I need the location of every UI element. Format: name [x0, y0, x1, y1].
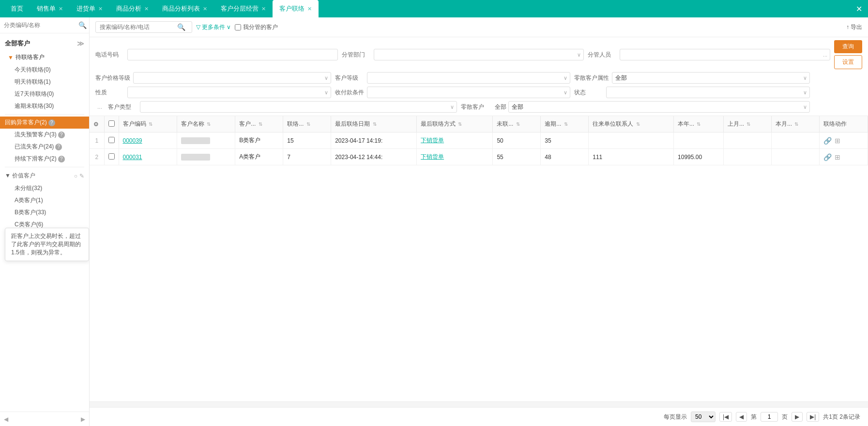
last-page-button[interactable]: ▶| [807, 412, 819, 422]
table-header-row: ⚙ 客户编码 ⇅ 客户名称 ⇅ 客户... [90, 116, 868, 132]
sidebar-value-customers-header[interactable]: ▼ 价值客户 ○ ✎ [0, 169, 89, 182]
sidebar-item-class-b[interactable]: B类客户(33) [0, 206, 89, 219]
link-action-icon[interactable]: 🔗 [823, 153, 832, 161]
more-dots-icon[interactable]: ... [97, 103, 102, 110]
col-company-contact[interactable]: 往来单位联系人 ⇅ [589, 116, 674, 132]
nav-item-purchase[interactable]: 进货单 ✕ [70, 0, 109, 17]
col-last-month[interactable]: 上月... ⇅ [724, 116, 772, 132]
grid-action-icon[interactable]: ⊞ [835, 137, 840, 145]
search-icon[interactable]: 🔍 [177, 23, 185, 31]
close-icon[interactable]: ✕ [59, 6, 63, 12]
prev-page-button[interactable]: ◀ [736, 412, 747, 422]
action-cell: 🔗 ⊞ [819, 149, 868, 165]
nav-item-product-analysis[interactable]: 商品分析 ✕ [109, 0, 155, 17]
sidebar-item-churned[interactable]: 已流失客户(24) ? [0, 141, 89, 153]
row-checkbox[interactable] [108, 153, 115, 160]
close-icon[interactable]: ✕ [203, 6, 207, 12]
col-last-contact-date[interactable]: 最后联络日期 ⇅ [331, 116, 417, 132]
info-icon[interactable]: ? [55, 144, 62, 150]
customer-code[interactable]: 000031 [119, 149, 177, 165]
close-icon[interactable]: ✕ [98, 6, 103, 12]
filter-person-select[interactable] [620, 49, 830, 60]
col-settings[interactable]: ⚙ [90, 116, 104, 132]
filter-price-level: 客户价格等级 ∨ [95, 72, 331, 84]
sidebar-item-class-a[interactable]: A类客户(1) [0, 194, 89, 206]
sidebar-item-ungrouped[interactable]: 未分组(32) [0, 182, 89, 194]
edit-icon[interactable]: ○ [74, 173, 77, 179]
scroll-right-icon[interactable]: ▶ [81, 416, 85, 423]
info-icon[interactable]: ? [58, 132, 65, 138]
col-unlisted[interactable]: 未联... ⇅ [493, 116, 541, 132]
filter-phone-input[interactable] [127, 49, 338, 60]
sidebar-item-overdue[interactable]: 逾期未联络(30) [0, 100, 89, 112]
last-contact-method[interactable]: 下销货单 [417, 149, 493, 165]
sidebar-section-pending[interactable]: ▼ 待联络客户 [0, 51, 89, 64]
filter-payment-select[interactable] [367, 87, 571, 98]
close-icon[interactable]: ✕ [144, 6, 149, 12]
col-contact-count[interactable]: 联络... ⇅ [283, 116, 331, 132]
info-icon[interactable]: ? [48, 119, 55, 126]
page-input[interactable] [761, 412, 778, 422]
filter-dept-select[interactable] [374, 49, 584, 60]
row-checkbox-cell[interactable] [104, 132, 119, 149]
filter-status-select[interactable] [606, 87, 810, 98]
nav-item-product-list[interactable]: 商品分析列表 ✕ [155, 0, 214, 17]
last-contact-method[interactable]: 下销货单 [417, 132, 493, 149]
col-code[interactable]: 客户编码 ⇅ [119, 116, 177, 132]
next-page-button[interactable]: ▶ [792, 412, 803, 422]
horizontal-scrollbar[interactable] [90, 401, 868, 407]
export-button[interactable]: ↑ 导出 [846, 23, 862, 31]
filter-payment: 收付款条件 ∨ [335, 87, 571, 98]
my-customers-checkbox[interactable]: 我分管的客户 [235, 23, 278, 31]
nav-item-customer-contact[interactable]: 客户联络 ✕ [273, 0, 319, 17]
filter-scatter-select[interactable]: 全部 [508, 101, 810, 113]
filter-customer-type-label: 客户类型 [108, 103, 137, 111]
settings-icon[interactable]: ✎ [79, 173, 84, 179]
more-filters-button[interactable]: ▽ 更多条件 ∨ [196, 23, 231, 31]
sidebar-item-abnormal-repurchase[interactable]: 回购异常客户(2) ? [0, 117, 89, 129]
filter-scatter-attr-wrap: 全部 ∨ [612, 72, 810, 84]
col-this-month[interactable]: 本月... ⇅ [772, 116, 820, 132]
col-this-year[interactable]: 本年... ⇅ [674, 116, 724, 132]
scroll-left-icon[interactable]: ◀ [4, 416, 8, 423]
select-all-checkbox[interactable] [108, 120, 115, 127]
sidebar-search-input[interactable] [4, 22, 76, 29]
filter-customer-type-select[interactable] [140, 101, 457, 113]
customer-code[interactable]: 000039 [119, 132, 177, 149]
nav-item-customer-tier[interactable]: 客户分层经营 ✕ [214, 0, 273, 17]
nav-item-sales[interactable]: 销售单 ✕ [30, 0, 70, 17]
grid-action-icon[interactable]: ⊞ [835, 153, 840, 161]
filter-scatter-attr-select[interactable]: 全部 [612, 72, 810, 84]
nav-item-home[interactable]: 首页 [4, 0, 30, 17]
close-icon[interactable]: ✕ [261, 6, 266, 12]
link-action-icon[interactable]: 🔗 [823, 137, 832, 145]
sort-icon: ⇅ [516, 121, 520, 127]
row-checkbox[interactable] [108, 137, 115, 143]
col-overdue[interactable]: 逾期... ⇅ [541, 116, 589, 132]
sidebar-item-7days[interactable]: 近7天待联络(0) [0, 88, 89, 100]
col-level[interactable]: 客户... ⇅ [235, 116, 283, 132]
settings-button[interactable]: 设置 [834, 55, 862, 69]
first-page-button[interactable]: |◀ [719, 412, 732, 422]
sidebar-item-tomorrow[interactable]: 明天待联络(1) [0, 76, 89, 88]
filter-price-level-select[interactable] [133, 72, 331, 84]
close-all-button[interactable]: ✕ [856, 4, 862, 14]
col-checkbox[interactable] [104, 116, 119, 132]
sidebar-item-declining[interactable]: 持续下滑客户(2) ? [0, 153, 89, 165]
collapse-icon[interactable]: ≫ [77, 40, 84, 47]
col-name[interactable]: 客户名称 ⇅ [177, 116, 235, 132]
row-checkbox-cell[interactable] [104, 149, 119, 165]
query-button[interactable]: 查询 [834, 40, 862, 53]
all-customers-header[interactable]: 全部客户 ≫ [0, 36, 89, 51]
page-size-select[interactable]: 50 100 200 [691, 411, 716, 422]
filter-customer-level-select[interactable] [367, 72, 571, 84]
filter-nature-select[interactable] [127, 87, 331, 98]
search-input[interactable] [100, 24, 177, 30]
info-icon[interactable]: ? [58, 156, 65, 162]
sidebar-search-icon[interactable]: 🔍 [78, 21, 87, 29]
sidebar-item-churn-warning[interactable]: 流失预警客户(3) ? [0, 129, 89, 141]
my-customers-check[interactable] [235, 24, 241, 30]
sidebar-item-today[interactable]: 今天待联络(0) [0, 64, 89, 76]
col-last-contact-method[interactable]: 最后联络方式 ⇅ [417, 116, 493, 132]
close-icon[interactable]: ✕ [307, 6, 312, 12]
